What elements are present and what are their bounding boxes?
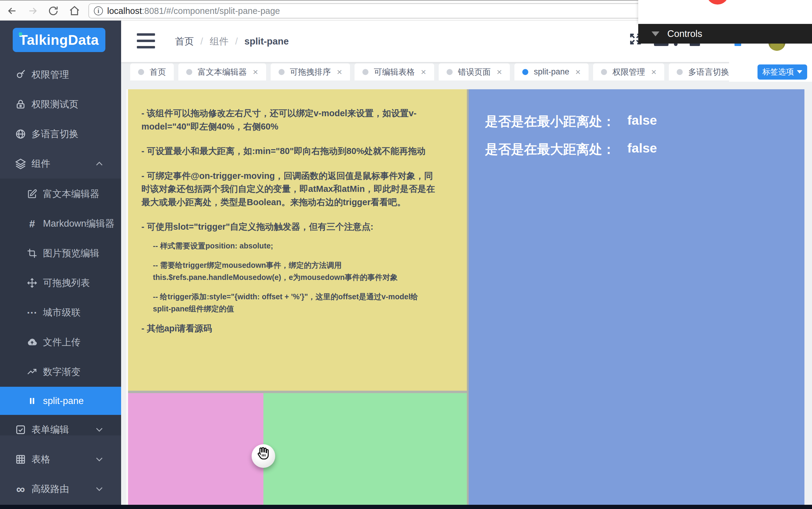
infinity-icon: ∞	[14, 483, 27, 495]
sidebar-item-label: 城市级联	[43, 306, 80, 319]
sidebar-item-split-pane[interactable]: split-pane	[0, 387, 121, 415]
hash-icon: #	[26, 217, 38, 230]
checkbox-icon	[14, 424, 27, 436]
browser-home-icon[interactable]	[68, 4, 81, 18]
description-bullet: - 可设置最小和最大距离，如:min="80"即向右拖动到80%处就不能再拖动	[141, 145, 435, 158]
tab-label: 可拖拽排序	[290, 67, 331, 77]
sidebar-item-label: 图片预览编辑	[43, 247, 99, 260]
cloud-upload-icon	[26, 336, 38, 348]
status-value: false	[627, 141, 657, 158]
sidebar-item-markdown-editor[interactable]: # Markdown编辑器	[0, 209, 121, 238]
status-at-max: 是否是在最大距离处： false	[485, 141, 805, 158]
chevron-down-icon	[95, 485, 103, 493]
controls-label: Controls	[667, 28, 702, 39]
sidebar-item-label: 表格	[31, 453, 50, 466]
sidebar-item-label: Markdown编辑器	[43, 217, 115, 230]
browser-back-icon[interactable]	[5, 4, 19, 18]
tab-label: 错误页面	[458, 67, 491, 77]
sidebar-item-file-upload[interactable]: 文件上传	[0, 328, 121, 357]
tab-home[interactable]: 首页	[130, 63, 174, 80]
grab-hand-cursor-icon	[254, 445, 270, 461]
close-icon[interactable]: ×	[651, 67, 657, 76]
chevron-up-icon	[95, 160, 103, 168]
sidebar-item-label: 组件	[31, 157, 50, 170]
sidebar-item-label: 文件上传	[43, 336, 80, 349]
bottom-edge-strip	[0, 505, 812, 509]
grid-icon	[14, 453, 27, 466]
url-host: localhost	[107, 6, 142, 16]
description-bullet: - 该组件可以拖动修改左右尺寸，还可以绑定v-model来设置，如设置v-mod…	[141, 107, 435, 133]
sidebar-item-rich-text-editor[interactable]: 富文本编辑器	[0, 179, 121, 209]
tab-dot-icon	[186, 69, 192, 75]
tab-dot-icon	[522, 69, 528, 75]
sidebar-item-city-cascade[interactable]: ··· 城市级联	[0, 298, 121, 328]
sidebar-item-language-switch[interactable]: 多语言切换	[0, 119, 121, 149]
recorder-panel	[638, 0, 812, 24]
browser-refresh-icon[interactable]	[46, 4, 60, 18]
tab-label: split-pane	[534, 67, 569, 76]
close-icon[interactable]: ×	[497, 67, 502, 76]
tab-dot-icon	[677, 69, 683, 75]
sidebar-item-label: split-pane	[43, 396, 84, 406]
page-info-icon[interactable]: i	[94, 6, 103, 15]
breadcrumb: 首页 / 组件 / split-pane	[175, 21, 289, 62]
record-button-icon[interactable]	[706, 0, 729, 4]
sidebar: TalkingData 权限管理 权限测试页 多语言切换 组件 富文本编辑器 #…	[0, 21, 121, 505]
move-icon	[26, 277, 38, 289]
sidebar-item-number-gradient[interactable]: 数字渐变	[0, 357, 121, 387]
tab-split-pane[interactable]: split-pane ×	[514, 63, 589, 80]
close-icon[interactable]: ×	[421, 67, 426, 76]
sidebar-item-label: 表单编辑	[31, 423, 69, 436]
tab-draggable-sort[interactable]: 可拖拽排序 ×	[271, 63, 350, 80]
url-text: localhost:8081/#/component/split-pane-pa…	[107, 6, 280, 16]
close-icon[interactable]: ×	[575, 67, 581, 76]
sidebar-item-label: 权限管理	[31, 68, 69, 81]
sidebar-item-draggable-list[interactable]: 可拖拽列表	[0, 268, 121, 298]
sidebar-item-tables[interactable]: 表格	[0, 445, 121, 474]
sidebar-item-image-preview-edit[interactable]: 图片预览编辑	[0, 238, 121, 268]
tab-editable-table[interactable]: 可编辑表格 ×	[355, 63, 434, 80]
close-icon[interactable]: ×	[253, 67, 258, 76]
breadcrumb-home[interactable]: 首页	[175, 35, 194, 48]
split-pane-status-panel: 是否是在最小距离处： false 是否是在最大距离处： false	[469, 89, 805, 505]
crop-icon	[26, 247, 38, 259]
horizontal-split-trigger[interactable]	[128, 391, 467, 393]
url-bar[interactable]: i localhost:8081/#/component/split-pane-…	[88, 3, 643, 19]
breadcrumb-components[interactable]: 组件	[210, 35, 229, 48]
split-pane-description-panel: - 该组件可以拖动修改左右尺寸，还可以绑定v-model来设置，如设置v-mod…	[128, 89, 467, 391]
tab-permission-management[interactable]: 权限管理 ×	[593, 63, 664, 80]
breadcrumb-current: split-pane	[244, 36, 289, 47]
sidebar-item-label: 权限测试页	[31, 98, 78, 111]
app-logo[interactable]: TalkingData	[13, 28, 105, 52]
tab-rich-text-editor[interactable]: 富文本编辑器 ×	[178, 63, 266, 80]
lock-icon	[14, 98, 27, 110]
controls-caret-icon[interactable]	[652, 31, 659, 36]
close-icon[interactable]: ×	[337, 67, 343, 76]
description-sub-points: -- 样式需要设置position: absolute; -- 需要给trigg…	[153, 240, 435, 315]
menu-toggle-icon[interactable]	[137, 33, 155, 48]
chevron-down-icon	[95, 455, 103, 464]
sidebar-item-advanced-routing[interactable]: ∞ 高级路由	[0, 474, 121, 504]
sidebar-item-permission-test[interactable]: 权限测试页	[0, 90, 121, 119]
tag-options-button[interactable]: 标签选项	[757, 64, 807, 79]
browser-forward-icon[interactable]	[26, 4, 39, 18]
tab-label: 首页	[150, 67, 166, 77]
status-value: false	[627, 113, 657, 130]
open-page-tabs: 首页 富文本编辑器 × 可拖拽排序 × 可编辑表格 × 错误页面 × split…	[121, 62, 812, 82]
tab-error-page[interactable]: 错误页面 ×	[439, 63, 510, 80]
sidebar-item-label: 可拖拽列表	[43, 277, 90, 289]
description-sub-bullet: -- 给trigger添加:style="{width: offset + '%…	[153, 291, 435, 315]
tag-options-label: 标签选项	[762, 67, 794, 77]
sidebar-item-label: 高级路由	[31, 483, 69, 496]
sidebar-item-form-edit[interactable]: 表单编辑	[0, 415, 121, 445]
url-path: :8081/#/component/split-pane-page	[142, 6, 280, 16]
tab-dot-icon	[447, 69, 453, 75]
status-label: 是否是在最小距离处：	[485, 113, 615, 130]
screen: i localhost:8081/#/component/split-pane-…	[0, 0, 812, 509]
chevron-down-icon	[95, 426, 103, 434]
description-sub-bullet: -- 样式需要设置position: absolute;	[153, 240, 435, 252]
description-sub-bullet: -- 需要给trigger绑定mousedown事件，绑定的方法调用 this.…	[153, 259, 435, 283]
globe-icon	[14, 128, 27, 140]
sidebar-item-permission-management[interactable]: 权限管理	[0, 60, 121, 90]
sidebar-item-components[interactable]: 组件	[0, 149, 121, 178]
